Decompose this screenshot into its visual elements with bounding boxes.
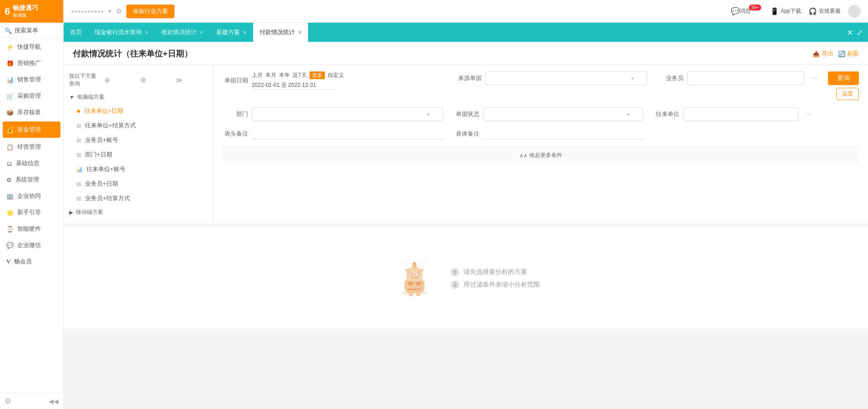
online-service-container[interactable]: 🎧 在线客服 bbox=[808, 7, 841, 15]
scheme-item-label-6: 业务员+日期 bbox=[85, 180, 118, 188]
export-btn[interactable]: 📤 导出 bbox=[813, 50, 833, 58]
scheme-item-partner-account[interactable]: 📊 往来单位+账号 bbox=[64, 162, 213, 177]
query-btn[interactable]: 查询 bbox=[828, 71, 859, 85]
sidebar-item-hardware[interactable]: ⌚ 智能硬件 bbox=[0, 221, 63, 237]
salesman-more-dots[interactable]: ··· bbox=[811, 74, 817, 82]
source-select[interactable]: ▾ bbox=[485, 71, 647, 85]
date-btn-custom[interactable]: 自定义 bbox=[328, 71, 344, 79]
scheme-item-label: 往来单位+日期 bbox=[85, 107, 124, 115]
marketing-label: 营销推广 bbox=[17, 59, 41, 67]
scheme-active-icon: ● bbox=[76, 107, 81, 115]
scheme-item-partner-date[interactable]: ● 往来单位+日期 bbox=[64, 104, 213, 118]
date-shortcuts: 上月 本月 本年 近7天 更多 自定义 bbox=[252, 71, 445, 79]
sidebar-item-guide[interactable]: 🌟 新手引导 bbox=[0, 204, 63, 221]
partner-label: 往来单位 bbox=[654, 110, 679, 118]
date-range-input[interactable] bbox=[252, 81, 334, 90]
dept-down-arrow: ▾ bbox=[427, 111, 430, 117]
tab-new[interactable]: 新建方案 ✕ bbox=[210, 23, 253, 42]
date-btn-last-month[interactable]: 上月 bbox=[252, 71, 263, 79]
page-header: 付款情况统计（往来单位+日期） 📤 导出 🔄 刷新 bbox=[64, 42, 868, 65]
svg-rect-5 bbox=[404, 281, 408, 290]
inventory-icon: 📦 bbox=[6, 109, 14, 116]
date-btn-more[interactable]: 更多 bbox=[309, 71, 325, 79]
sidebar-item-sales[interactable]: 📊 销售管理 bbox=[0, 71, 63, 88]
tab-bank-close[interactable]: ✕ bbox=[145, 30, 149, 35]
date-btn-this-year[interactable]: 本年 bbox=[279, 71, 290, 79]
scheme-collapse-icon[interactable]: ≫ bbox=[176, 76, 208, 84]
tab-new-close[interactable]: ✕ bbox=[243, 30, 247, 35]
scheme-item-salesman-date[interactable]: ⊞ 业务员+日期 bbox=[64, 177, 213, 191]
scheme-group-mobile[interactable]: ▶ 移动端方案 bbox=[64, 206, 213, 219]
tab-receipt-close[interactable]: ✕ bbox=[200, 30, 204, 35]
fund-label: 资金管理 bbox=[17, 126, 41, 134]
sidebar-item-enterprise[interactable]: 🏢 企业协同 bbox=[0, 188, 63, 204]
dropdown-icon[interactable]: ▾ bbox=[108, 8, 111, 15]
tab-bank[interactable]: 现金银行流水查询 ✕ bbox=[88, 23, 155, 42]
partner-more-dots[interactable]: ··· bbox=[806, 110, 812, 118]
scheme-settings-icon[interactable]: ⚙ bbox=[140, 76, 172, 84]
sidebar-item-system[interactable]: ⚙ 系统管理 bbox=[0, 172, 63, 188]
page-header-actions: 📤 导出 🔄 刷新 bbox=[813, 50, 859, 63]
salesman-select[interactable] bbox=[687, 71, 804, 85]
sidebar-item-inventory[interactable]: 📦 库存核算 bbox=[0, 104, 63, 121]
sidebar-item-wechat[interactable]: 💬 企业微信 bbox=[0, 237, 63, 253]
refresh-btn[interactable]: 🔄 刷新 bbox=[838, 50, 859, 58]
date-btn-7days[interactable]: 近7天 bbox=[293, 71, 307, 79]
basic-icon: 🗂 bbox=[6, 160, 12, 167]
tabbar: 首页 现金银行流水查询 ✕ 收款情况统计 ✕ 新建方案 ✕ 付款情况统计 ✕ ✕… bbox=[64, 23, 868, 42]
tab-payment[interactable]: 付款情况统计 ✕ bbox=[253, 23, 308, 42]
close-all-icon[interactable]: ✕ bbox=[847, 28, 853, 37]
body-note-input[interactable] bbox=[483, 128, 643, 139]
settings-icon[interactable]: ⚙ bbox=[116, 7, 122, 15]
sidebar-item-member[interactable]: V 畅会员 bbox=[0, 253, 63, 270]
export-label: 导出 bbox=[822, 50, 833, 58]
scheme-item-label-4: 部门+日期 bbox=[85, 151, 112, 159]
dept-select[interactable]: ▾ bbox=[252, 107, 443, 121]
form-row-3: 表头备注 表体备注 bbox=[223, 128, 859, 139]
settings-link-btn[interactable]: 设置 bbox=[836, 88, 859, 100]
tab-payment-label: 付款情况统计 bbox=[259, 28, 295, 36]
sidebar-item-purchase[interactable]: 🛒 采购管理 bbox=[0, 88, 63, 104]
date-btn-this-month[interactable]: 本月 bbox=[265, 71, 276, 79]
hardware-icon: ⌚ bbox=[6, 226, 14, 232]
page-title: 付款情况统计（往来单位+日期） bbox=[73, 48, 192, 65]
scheme-item-salesman-settle[interactable]: ⊞ 业务员+结算方式 bbox=[64, 191, 213, 206]
sidebar-item-quicknav[interactable]: ⚡ 快捷导航 bbox=[0, 39, 63, 55]
collapse-more-btn[interactable]: ∧∧ 收起更多条件 bbox=[223, 146, 859, 164]
sidebar-item-operations[interactable]: 📋 经营管理 bbox=[0, 139, 63, 155]
trial-btn[interactable]: 体验行业方案 bbox=[126, 5, 175, 18]
main-area: ●●●●●●●●●● ▾ ⚙ 体验行业方案 💬 消息 99+ 📱 App下载 🎧… bbox=[64, 0, 868, 409]
messages-container[interactable]: 💬 消息 99+ bbox=[731, 7, 763, 15]
form-group-voucher-status: 单据状态 ▾ bbox=[454, 107, 643, 121]
scheme-item-label-3: 业务员+账号 bbox=[85, 136, 118, 144]
sidebar-item-marketing[interactable]: 🎁 营销推广 bbox=[0, 55, 63, 71]
sidebar-item-fund[interactable]: 💰 资金管理 bbox=[3, 121, 60, 138]
tab-receipt[interactable]: 收款情况统计 ✕ bbox=[155, 23, 210, 42]
scheme-group-desktop[interactable]: ▼ 电脑端方案 bbox=[64, 91, 213, 104]
settings-bottom-icon[interactable]: ⚙ bbox=[5, 397, 11, 405]
app-download-container[interactable]: 📱 App下载 bbox=[770, 7, 801, 15]
user-avatar[interactable] bbox=[848, 5, 861, 18]
collapse-sidebar-icon[interactable]: ◀◀ bbox=[49, 398, 59, 405]
svg-rect-3 bbox=[416, 282, 421, 285]
voucher-status-select[interactable]: ▾ bbox=[483, 107, 643, 121]
form-group-source: 来源单据 ▾ bbox=[456, 71, 647, 85]
sidebar-item-basic[interactable]: 🗂 基础信息 bbox=[0, 155, 63, 172]
tab-payment-close[interactable]: ✕ bbox=[298, 30, 302, 35]
empty-tip-2: 2 用过滤条件来缩小分析范围 bbox=[451, 278, 540, 291]
header-note-input[interactable] bbox=[252, 128, 443, 139]
voucher-status-down-arrow: ▾ bbox=[627, 111, 630, 117]
maximize-icon[interactable]: ⤢ bbox=[857, 28, 863, 37]
partner-select[interactable] bbox=[683, 107, 798, 121]
enterprise-label: 企业协同 bbox=[17, 192, 41, 200]
tab-home[interactable]: 首页 bbox=[64, 23, 88, 42]
scheme-item-partner-settle[interactable]: ⊞ 往来单位+结算方式 bbox=[64, 118, 213, 133]
source-down-arrow: ▾ bbox=[631, 76, 634, 81]
scheme-item-dept-date[interactable]: ⊞ 部门+日期 bbox=[64, 147, 213, 162]
scheme-item-salesman-account[interactable]: ⊞ 业务员+账号 bbox=[64, 133, 213, 147]
scheme-item-label-7: 业务员+结算方式 bbox=[85, 194, 130, 202]
scheme-add-icon[interactable]: ⊕ bbox=[105, 76, 136, 84]
scheme-group-label: 电脑端方案 bbox=[77, 93, 105, 101]
date-label: 单据日期 bbox=[223, 76, 248, 85]
sidebar-search[interactable]: 🔍 搜索菜单 bbox=[0, 23, 63, 39]
